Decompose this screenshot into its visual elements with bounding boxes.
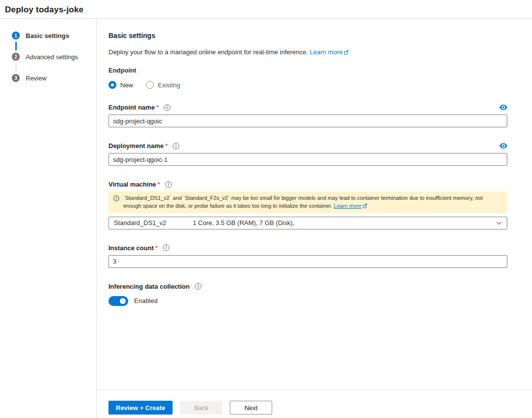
- eye-icon[interactable]: [499, 105, 507, 110]
- info-icon[interactable]: [173, 143, 179, 150]
- next-button[interactable]: Next: [230, 401, 272, 415]
- endpoint-group-label: Endpoint: [108, 67, 507, 74]
- instance-count-label-row: Instance count *: [108, 244, 507, 252]
- description-text: Deploy your flow to a managed online end…: [108, 48, 308, 56]
- instance-count-input[interactable]: [108, 255, 507, 268]
- chevron-down-icon: [496, 220, 502, 226]
- radio-existing-label: Existing: [158, 81, 180, 89]
- required-asterisk: *: [158, 181, 160, 188]
- eye-icon[interactable]: [499, 143, 507, 149]
- info-icon[interactable]: [165, 181, 172, 188]
- section-heading: Basic settings: [108, 32, 507, 39]
- inferencing-toggle-row: Enabled: [108, 296, 507, 306]
- step-1-label: Basic settings: [26, 32, 69, 39]
- endpoint-existing-radio[interactable]: Existing: [146, 81, 180, 89]
- vm-selected-name: Standard_DS1_v2: [114, 219, 193, 227]
- deploy-wizard: 1 Basic settings 2 Advanced settings 3 R…: [0, 19, 532, 418]
- info-icon[interactable]: [195, 283, 202, 290]
- radio-selected-icon: [108, 81, 116, 89]
- endpoint-name-label: Endpoint name: [108, 104, 155, 111]
- wizard-steps-nav: 1 Basic settings 2 Advanced settings 3 R…: [0, 19, 97, 418]
- inferencing-label-row: Inferencing data collection: [108, 283, 507, 290]
- radio-new-label: New: [120, 81, 133, 89]
- step-2-number-badge: 2: [12, 53, 20, 61]
- radio-unselected-icon: [146, 81, 154, 89]
- section-description: Deploy your flow to a managed online end…: [108, 48, 507, 56]
- endpoint-radio-group: New Existing: [108, 81, 507, 89]
- back-button[interactable]: Back: [180, 401, 222, 415]
- required-asterisk: *: [165, 142, 168, 150]
- wizard-step-review[interactable]: 3 Review: [12, 74, 96, 82]
- banner-text: `Standard_DS1_v2` and `Standard_F2s_v2` …: [123, 194, 501, 210]
- step-2-label: Advanced settings: [26, 53, 78, 61]
- endpoint-new-radio[interactable]: New: [108, 81, 133, 89]
- endpoint-name-field: Endpoint name *: [108, 104, 507, 127]
- required-asterisk: *: [155, 244, 158, 252]
- page-title: Deploy todays-joke: [5, 5, 532, 15]
- virtual-machine-label: Virtual machine: [108, 181, 156, 188]
- endpoint-name-label-row: Endpoint name *: [108, 104, 507, 111]
- step-connector: [16, 63, 16, 72]
- external-link-icon: [362, 203, 367, 208]
- banner-info-icon: [113, 195, 119, 210]
- basic-settings-form: Basic settings Deploy your flow to a man…: [97, 19, 532, 390]
- vm-selected-specs: 1 Core, 3.5 GB (RAM), 7 GB (Disk),: [193, 219, 496, 227]
- toggle-knob: [120, 298, 126, 304]
- instance-count-label: Instance count: [108, 244, 154, 252]
- banner-learn-more-link[interactable]: Learn more: [334, 203, 361, 209]
- step-3-label: Review: [26, 75, 47, 82]
- main-panel: Basic settings Deploy your flow to a man…: [97, 19, 532, 418]
- vm-size-warning-banner: `Standard_DS1_v2` and `Standard_F2s_v2` …: [108, 191, 507, 213]
- wizard-footer: Review + Create Back Next: [97, 390, 532, 418]
- toggle-state-label: Enabled: [134, 297, 158, 304]
- inferencing-toggle[interactable]: [108, 296, 128, 306]
- virtual-machine-field: Virtual machine * `Standard_DS1_v2` and …: [108, 181, 507, 229]
- external-link-icon: [344, 50, 349, 55]
- required-asterisk: *: [156, 104, 159, 111]
- info-icon[interactable]: [163, 244, 170, 251]
- review-create-button[interactable]: Review + Create: [108, 401, 173, 415]
- page-header: Deploy todays-joke: [0, 0, 532, 19]
- endpoint-name-input[interactable]: [108, 114, 507, 127]
- banner-warning-text: `Standard_DS1_v2` and `Standard_F2s_v2` …: [123, 195, 483, 209]
- virtual-machine-label-row: Virtual machine *: [108, 181, 507, 188]
- step-1-number-badge: 1: [12, 32, 20, 39]
- step-connector: [15, 42, 17, 50]
- virtual-machine-select[interactable]: Standard_DS1_v2 1 Core, 3.5 GB (RAM), 7 …: [108, 217, 507, 229]
- wizard-step-basic-settings[interactable]: 1 Basic settings: [12, 32, 96, 39]
- wizard-step-advanced-settings[interactable]: 2 Advanced settings: [12, 53, 96, 61]
- instance-count-field: Instance count *: [108, 244, 507, 268]
- deployment-name-field: Deployment name *: [108, 142, 507, 166]
- learn-more-link[interactable]: Learn more: [310, 48, 342, 56]
- inferencing-data-collection-field: Inferencing data collection Enabled: [108, 283, 507, 306]
- deployment-name-label: Deployment name: [108, 142, 164, 150]
- deployment-name-label-row: Deployment name *: [108, 142, 507, 150]
- deployment-name-input[interactable]: [108, 153, 507, 166]
- info-icon[interactable]: [164, 104, 171, 111]
- step-3-number-badge: 3: [12, 74, 20, 82]
- inferencing-label: Inferencing data collection: [108, 283, 190, 290]
